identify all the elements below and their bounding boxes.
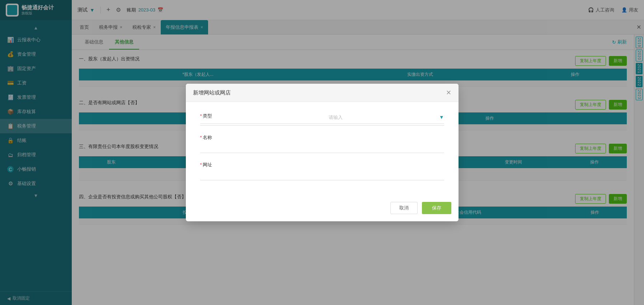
name-required-star: * [200,135,202,140]
form-field-name: *名称 [200,134,444,153]
cancel-button[interactable]: 取消 [390,202,418,214]
modal-header: 新增网站或网店 ✕ [186,84,459,102]
name-label-row: *名称 [200,134,444,143]
type-input[interactable] [329,115,439,120]
type-dropdown-icon[interactable]: ▼ [439,114,444,120]
url-label-row: *网址 [200,162,444,170]
name-field-underline [200,146,444,153]
type-label: *类型 [200,113,212,119]
url-required-star: * [200,162,202,167]
modal-body: *类型 ▼ *名称 [186,102,459,196]
modal-title: 新增网站或网店 [193,89,231,96]
url-label: *网址 [200,162,212,168]
type-required-star: * [200,113,202,119]
modal: 新增网站或网店 ✕ *类型 ▼ *名称 [186,84,459,221]
name-label: *名称 [200,134,212,141]
form-field-url: *网址 [200,162,444,180]
modal-close-button[interactable]: ✕ [446,89,451,97]
save-button[interactable]: 保存 [422,202,451,214]
type-field-underline [200,125,444,126]
modal-footer: 取消 保存 [186,196,459,221]
url-field-underline [200,173,444,180]
modal-overlay[interactable]: 新增网站或网店 ✕ *类型 ▼ *名称 [0,0,644,305]
name-input[interactable] [200,146,444,153]
url-input[interactable] [200,173,444,180]
type-input-wrap: *类型 ▼ [200,113,444,124]
form-field-type: *类型 ▼ [200,113,444,126]
